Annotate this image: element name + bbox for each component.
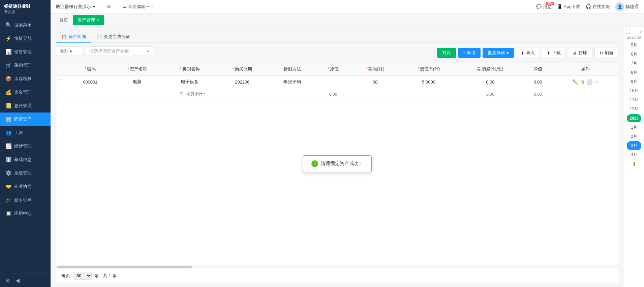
subtotal-original: 0.00 bbox=[316, 88, 350, 100]
sidebar-item-sales-label: 销售管理 bbox=[14, 49, 32, 55]
sidebar-collapse-icon[interactable]: ◀ bbox=[16, 277, 20, 284]
sidebar-item-inventory[interactable]: 📦 库存核算 bbox=[0, 72, 51, 86]
month-11[interactable]: 11月 bbox=[624, 95, 644, 104]
sidebar-item-operations[interactable]: 📈 经营管理 bbox=[0, 139, 51, 153]
sidebar-item-search[interactable]: 🔍 搜索菜单 bbox=[0, 18, 51, 32]
sidebar-logo: 畅捷通好业财 普及版 bbox=[0, 0, 51, 18]
horizontal-scrollbar[interactable] bbox=[56, 265, 618, 268]
month-6[interactable]: 6月 bbox=[624, 50, 644, 59]
month-5[interactable]: 5月 bbox=[624, 41, 644, 50]
sidebar-item-guide[interactable]: 🎓 新手引导 bbox=[0, 193, 51, 207]
copy-icon[interactable]: ⬜ bbox=[587, 79, 592, 85]
month-7[interactable]: 7月 bbox=[624, 59, 644, 68]
scroll-thumb[interactable] bbox=[57, 266, 192, 268]
topbar-settings-icon[interactable]: ⚙ bbox=[106, 3, 111, 10]
sidebar-item-system-label: 系统管理 bbox=[14, 170, 32, 176]
col-depreciation: 折旧方法 bbox=[269, 63, 316, 76]
month-scroll-down[interactable]: ⬇ bbox=[624, 159, 644, 169]
search-icon: 🔍 bbox=[5, 22, 11, 28]
col-category: *类别名称 bbox=[163, 63, 216, 76]
sidebar-item-payroll[interactable]: 👥 工资 bbox=[0, 126, 51, 139]
subtotal-net: 0.00 bbox=[523, 88, 553, 100]
col-original-value: *原值 bbox=[316, 63, 350, 76]
app-download-button[interactable]: 📱 App下载 bbox=[557, 4, 580, 10]
tab-asset-management[interactable]: 资产管理 × bbox=[73, 15, 104, 25]
reconcile-button[interactable]: 对账 bbox=[437, 48, 456, 58]
online-service-button[interactable]: 🎧 在线客服 bbox=[586, 4, 610, 10]
row-checkbox-cell[interactable] bbox=[56, 76, 69, 88]
notifications-button[interactable]: 💬 消息 99+ bbox=[536, 4, 552, 10]
sub-tab-asset-detail[interactable]: 📋 资产明细 bbox=[56, 31, 91, 43]
sidebar-item-guide-label: 新手引导 bbox=[14, 197, 32, 203]
user-profile[interactable]: 👤 畅捷通 bbox=[615, 2, 639, 11]
select-all-checkbox[interactable] bbox=[59, 67, 63, 71]
sidebar-item-system[interactable]: ⚙️ 系统管理 bbox=[0, 166, 51, 180]
sub-tab-asset-detail-label: 资产明细 bbox=[68, 34, 86, 40]
panel-expand-button[interactable]: ⛶ bbox=[625, 29, 630, 34]
row-depreciation: 年限平均 bbox=[269, 76, 316, 88]
sidebar-item-purchase[interactable]: 🛒 采购管理 bbox=[0, 59, 51, 72]
sidebar-item-quick-nav[interactable]: ⚡ 快捷导航 bbox=[0, 32, 51, 45]
company-name: 医疗器械行业演示 bbox=[56, 4, 91, 10]
row-initial-accumulated: 0.00 bbox=[457, 76, 523, 88]
month-1[interactable]: 1月 bbox=[624, 123, 644, 132]
edit-icon[interactable]: ✏️ bbox=[572, 79, 578, 85]
action-icons: ✏️ 🗑 ⬜ ↗ bbox=[555, 79, 616, 85]
table-body: 000001 电脑 电子设备 202206 年限平均 60 5.0000 0.0… bbox=[56, 76, 618, 100]
subtotal-label-cell: 📋 本页小计： bbox=[69, 88, 316, 100]
quick-nav-icon: ⚡ bbox=[5, 35, 11, 41]
tab-close-icon[interactable]: × bbox=[97, 18, 99, 23]
download-button[interactable]: ⬇ 下载 bbox=[542, 48, 566, 58]
sidebar-item-funds[interactable]: 💰 资金管理 bbox=[0, 86, 51, 99]
sidebar-item-inventory-label: 库存核算 bbox=[14, 76, 32, 82]
toolbar-right: 对账 + 新增 批量操作 ▾ ⬆ 导入 ⬇ 下载 bbox=[437, 48, 618, 58]
category-type-filter[interactable]: 请选择固定资产类别 ▾ bbox=[86, 46, 153, 56]
enterprise-icon: 🤝 bbox=[5, 184, 11, 190]
per-page-select[interactable]: 50 10 20 100 bbox=[73, 272, 92, 280]
month-9[interactable]: 9月 bbox=[624, 77, 644, 86]
company-selector[interactable]: 医疗器械行业演示 ▾ bbox=[56, 4, 95, 10]
month-4[interactable]: 4月 bbox=[624, 150, 644, 159]
sidebar-item-app-center[interactable]: 🔲 应用中心 bbox=[0, 207, 51, 220]
notifications-badge: 99+ bbox=[546, 2, 554, 5]
refresh-button[interactable]: ↻ 刷新 bbox=[594, 48, 618, 58]
category-filter[interactable]: 类别 ▾ bbox=[56, 46, 83, 56]
tab-home[interactable]: 首页 bbox=[56, 15, 71, 25]
operations-icon: 📈 bbox=[5, 143, 11, 149]
month-12[interactable]: 12月 bbox=[624, 104, 644, 114]
col-residual-rate: *残值率(%) bbox=[400, 63, 458, 76]
sidebar-item-enterprise[interactable]: 🤝 企业协同 bbox=[0, 180, 51, 193]
month-8[interactable]: 8月 bbox=[624, 68, 644, 77]
month-10[interactable]: 10月 bbox=[624, 86, 644, 95]
print-button[interactable]: 🖨 打印 bbox=[568, 48, 592, 58]
row-checkbox[interactable] bbox=[59, 79, 63, 84]
sidebar-item-basic-info[interactable]: ℹ️ 基础信息 bbox=[0, 153, 51, 166]
sidebar-item-payroll-label: 工资 bbox=[14, 130, 23, 136]
sidebar-item-ledger[interactable]: 📒 总账管理 bbox=[0, 99, 51, 113]
sidebar-item-app-center-label: 应用中心 bbox=[14, 211, 32, 217]
company-dropdown-icon: ▾ bbox=[93, 4, 95, 9]
delete-icon[interactable]: 🗑 bbox=[580, 79, 585, 85]
subtotal-empty1 bbox=[56, 88, 69, 100]
sub-tab-generate-voucher[interactable]: 📄 变更生成凭证 bbox=[91, 31, 135, 43]
col-code: *编码 bbox=[69, 63, 111, 76]
col-name: *资产名称 bbox=[111, 63, 163, 76]
sidebar-settings-icon[interactable]: ⚙ bbox=[5, 277, 10, 284]
select-all-header[interactable] bbox=[56, 63, 69, 76]
month-3-current[interactable]: 3月 bbox=[627, 141, 641, 150]
month-2[interactable]: 2月 bbox=[624, 132, 644, 141]
app-download-icon: 📱 bbox=[557, 4, 562, 9]
sidebar-item-fixed-assets[interactable]: 🏢 固定资产 bbox=[0, 113, 51, 126]
sidebar-scroll: 🔍 搜索菜单 ⚡ 快捷导航 📊 销售管理 🛒 采购管理 📦 库存核算 💰 资金管… bbox=[0, 18, 51, 274]
more-icon[interactable]: ↗ bbox=[594, 79, 599, 85]
sidebar-item-sales[interactable]: 📊 销售管理 bbox=[0, 45, 51, 59]
funds-icon: 💰 bbox=[5, 89, 11, 95]
panel-close-button[interactable]: × bbox=[640, 29, 643, 34]
experience-button[interactable]: ☁ 我要体验一下 bbox=[122, 4, 154, 10]
batch-button[interactable]: 批量操作 ▾ bbox=[483, 48, 514, 58]
logo-sub: 普及版 bbox=[4, 9, 47, 14]
row-action: ✏️ 🗑 ⬜ ↗ bbox=[553, 76, 618, 88]
year-2023-badge: 2023 bbox=[627, 114, 641, 122]
new-button[interactable]: + 新增 bbox=[458, 48, 481, 58]
import-button[interactable]: ⬆ 导入 bbox=[516, 48, 540, 58]
